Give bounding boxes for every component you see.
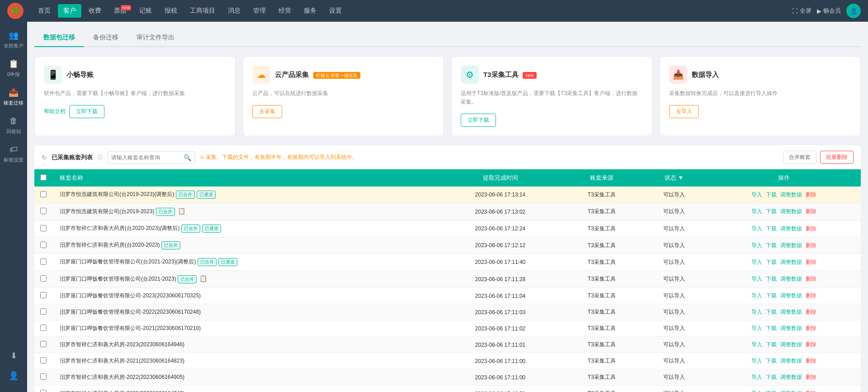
nav-manage[interactable]: 管理 [248, 4, 271, 18]
action-下载[interactable]: 下载 [766, 390, 777, 392]
action-调整数据[interactable]: 调整数据 [780, 191, 802, 199]
action-删除[interactable]: 删除 [806, 191, 816, 199]
action-删除[interactable]: 删除 [806, 242, 816, 249]
action-调整数据[interactable]: 调整数据 [780, 225, 802, 233]
action-下载[interactable]: 下载 [766, 208, 777, 215]
action-下载[interactable]: 下载 [766, 225, 777, 233]
sidebar-download[interactable]: ⬇ [2, 347, 25, 365]
action-下载[interactable]: 下载 [766, 242, 777, 249]
action-调整数据[interactable]: 调整数据 [780, 325, 802, 332]
action-导入[interactable]: 导入 [751, 308, 762, 316]
action-调整数据[interactable]: 调整数据 [780, 242, 802, 249]
tab-audit-export[interactable]: 审计文件导出 [127, 29, 184, 47]
user-avatar[interactable]: 👤 [846, 4, 861, 18]
nav-settings[interactable]: 设置 [324, 4, 347, 18]
nav-business[interactable]: 工商项目 [184, 4, 221, 18]
nav-message[interactable]: 消息 [222, 4, 246, 18]
batch-delete-button[interactable]: 批量删除 [820, 151, 854, 164]
action-下载[interactable]: 下载 [766, 191, 777, 199]
action-下载[interactable]: 下载 [766, 258, 777, 266]
nav-invoice[interactable]: 票据new [108, 4, 132, 18]
action-删除[interactable]: 删除 [806, 390, 816, 392]
action-下载[interactable]: 下载 [766, 292, 777, 300]
xiaochang-download-button[interactable]: 立即下载 [69, 105, 104, 118]
action-删除[interactable]: 删除 [806, 208, 816, 215]
row-checkbox[interactable] [40, 325, 47, 331]
row-checkbox[interactable] [40, 341, 47, 347]
action-调整数据[interactable]: 调整数据 [780, 292, 802, 300]
action-下载[interactable]: 下载 [766, 373, 777, 381]
action-调整数据[interactable]: 调整数据 [780, 373, 802, 381]
col-status[interactable]: 状态 ▼ [641, 169, 707, 186]
action-导入[interactable]: 导入 [751, 373, 762, 381]
action-删除[interactable]: 删除 [806, 357, 816, 365]
tab-backup[interactable]: 备份迁移 [84, 29, 127, 47]
tab-data-package[interactable]: 数据包迁移 [34, 29, 84, 47]
nav-tax[interactable]: 报税 [159, 4, 183, 18]
action-导入[interactable]: 导入 [751, 292, 762, 300]
xiaochang-help-link[interactable]: 帮助文档 [44, 108, 66, 115]
nav-fee[interactable]: 收费 [83, 4, 107, 18]
action-导入[interactable]: 导入 [751, 341, 762, 349]
action-调整数据[interactable]: 调整数据 [780, 258, 802, 266]
row-extra-icon[interactable]: 📋 [178, 207, 185, 215]
sidebar-item-account-migrate[interactable]: 📤 账套迁移 [2, 83, 25, 110]
action-下载[interactable]: 下载 [766, 308, 777, 316]
row-checkbox[interactable] [40, 258, 47, 265]
t3-download-button[interactable]: 立即下载 [461, 114, 496, 127]
app-logo[interactable]: 🌿 [7, 3, 24, 19]
action-下载[interactable]: 下载 [766, 275, 777, 283]
refresh-icon[interactable]: ↻ [42, 154, 47, 161]
row-checkbox[interactable] [40, 275, 47, 282]
select-all-checkbox[interactable] [40, 174, 47, 181]
merge-button[interactable]: 合并账套 [783, 151, 816, 164]
action-导入[interactable]: 导入 [751, 390, 762, 392]
action-删除[interactable]: 删除 [806, 258, 816, 266]
action-下载[interactable]: 下载 [766, 341, 777, 349]
action-导入[interactable]: 导入 [751, 275, 762, 283]
action-下载[interactable]: 下载 [766, 357, 777, 365]
sidebar-user[interactable]: 👤 [2, 367, 25, 385]
search-button[interactable]: 🔍 [180, 154, 195, 161]
row-extra-icon[interactable]: 📋 [199, 275, 207, 282]
action-导入[interactable]: 导入 [751, 208, 762, 215]
nav-customer[interactable]: 客户 [58, 4, 81, 18]
help-icon[interactable]: ⓘ [97, 153, 103, 161]
action-删除[interactable]: 删除 [806, 308, 816, 316]
action-删除[interactable]: 删除 [806, 275, 816, 283]
sidebar-item-all-customers[interactable]: 👥 全部客户 [2, 26, 25, 53]
row-checkbox[interactable] [40, 373, 47, 380]
action-删除[interactable]: 删除 [806, 225, 816, 233]
action-调整数据[interactable]: 调整数据 [780, 308, 802, 316]
row-checkbox[interactable] [40, 292, 47, 298]
nav-bookkeep[interactable]: 记账 [134, 4, 157, 18]
action-导入[interactable]: 导入 [751, 357, 762, 365]
row-checkbox[interactable] [40, 208, 47, 214]
row-checkbox[interactable] [40, 357, 47, 363]
sidebar-item-zero-declare[interactable]: 📋 0申报 [2, 55, 25, 81]
action-删除[interactable]: 删除 [806, 373, 816, 381]
row-checkbox[interactable] [40, 191, 47, 197]
nav-home[interactable]: 首页 [33, 4, 56, 18]
action-删除[interactable]: 删除 [806, 325, 816, 332]
fullscreen-button[interactable]: ⛶ 全屏 [792, 7, 811, 15]
cloud-collect-button[interactable]: 去采集 [252, 105, 282, 118]
nav-operation[interactable]: 经营 [273, 4, 297, 18]
row-checkbox[interactable] [40, 390, 47, 392]
sidebar-item-tags[interactable]: 🏷 标签设置 [2, 140, 25, 167]
action-导入[interactable]: 导入 [751, 242, 762, 249]
action-导入[interactable]: 导入 [751, 325, 762, 332]
row-checkbox[interactable] [40, 308, 47, 315]
action-调整数据[interactable]: 调整数据 [780, 275, 802, 283]
action-导入[interactable]: 导入 [751, 191, 762, 199]
row-checkbox[interactable] [40, 242, 47, 248]
row-checkbox[interactable] [40, 225, 47, 231]
action-删除[interactable]: 删除 [806, 341, 816, 349]
search-input[interactable] [108, 154, 180, 161]
action-导入[interactable]: 导入 [751, 258, 762, 266]
dataimport-goto-button[interactable]: 去导入 [669, 105, 699, 118]
sidebar-item-recycle[interactable]: 🗑 回收站 [2, 112, 25, 139]
action-调整数据[interactable]: 调整数据 [780, 208, 802, 215]
action-下载[interactable]: 下载 [766, 325, 777, 332]
action-删除[interactable]: 删除 [806, 292, 816, 300]
